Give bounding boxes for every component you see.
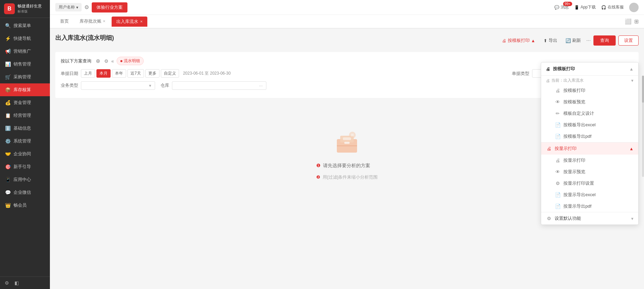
sidebar-item-marketing[interactable]: 📢 营销推广 xyxy=(0,45,50,58)
current-expand-icon[interactable]: ▾ xyxy=(631,78,634,83)
dropdown-collapse-icon[interactable]: ▲ xyxy=(629,67,634,72)
chevron-up-icon: ▲ xyxy=(531,38,535,43)
dropdown-item-template-excel[interactable]: 📄 按模板导出excel xyxy=(541,119,638,131)
biz-type-label: 业务类型 xyxy=(61,82,78,88)
sidebar-item-label: 销售管理 xyxy=(13,61,31,67)
more-actions-icon[interactable]: ··· xyxy=(586,37,591,44)
message-action[interactable]: 💬 消息 99+ xyxy=(554,4,569,10)
sidebar-item-inventory[interactable]: 📦 库存核算 xyxy=(0,83,50,96)
export-button[interactable]: ⬆ 导出 xyxy=(541,36,560,45)
empty-text-line1: ❶ 请先选择要分析的方案 xyxy=(316,163,371,169)
display-preview-item-label: 按显示预览 xyxy=(563,169,585,175)
top-header: 用户名称 ▾ ⚙ 体验行业方案 💬 消息 99+ 📱 App下载 🎧 在线客服 xyxy=(50,0,644,15)
dropdown-item-set-default[interactable]: ⚙ 设置默认功能 ▾ xyxy=(541,212,638,225)
biz-type-arrow-icon: ▾ xyxy=(149,83,151,88)
window-minimize-icon[interactable]: ⬜ xyxy=(625,18,632,25)
settings-button[interactable]: 设置 xyxy=(618,35,639,46)
trial-button[interactable]: 体验行业方案 xyxy=(92,2,127,12)
date-this-month[interactable]: 本月 xyxy=(96,69,111,78)
enterprise-icon: 🤝 xyxy=(5,151,11,157)
customer-service-action[interactable]: 🎧 在线客服 xyxy=(601,4,624,10)
app-version: 标准版 xyxy=(18,9,42,14)
message-icon: 💬 xyxy=(554,5,559,10)
tab-home[interactable]: 首页 xyxy=(55,16,74,28)
dropdown-item-template-pdf[interactable]: 📄 按模板导出pdf xyxy=(541,131,638,142)
window-expand-icon[interactable]: ⊞ xyxy=(634,18,639,25)
template-custom-icon: ✏ xyxy=(555,111,561,116)
tab-batch-account[interactable]: 库存批次账 × xyxy=(75,16,110,28)
dropdown-display-print-header[interactable]: 🖨 按显示打印 ▲ xyxy=(541,142,638,155)
tab-active-close-icon[interactable]: × xyxy=(140,19,143,24)
dropdown-item-display-pdf[interactable]: 📄 按显示导出pdf xyxy=(541,201,638,212)
sidebar-item-quick-nav[interactable]: ⚡ 快捷导航 xyxy=(0,32,50,45)
dropdown-item-display-excel[interactable]: 📄 按显示导出excel xyxy=(541,189,638,201)
sidebar-item-label: 基础信息 xyxy=(13,125,31,131)
header-left: 用户名称 ▾ ⚙ 体验行业方案 xyxy=(55,2,550,12)
sidebar-item-vip[interactable]: 👑 畅会员 xyxy=(0,199,50,212)
sidebar-item-purchase[interactable]: 🛒 采购管理 xyxy=(0,71,50,83)
display-print-icon: 🖨 xyxy=(555,158,561,163)
dropdown-header: 🖨 按模板打印 ▲ xyxy=(541,62,638,76)
template-print-item-label: 按模板打印 xyxy=(563,87,585,94)
sidebar-item-beginner[interactable]: 🎯 新手引导 xyxy=(0,160,50,173)
warehouse-more-icon[interactable]: ··· xyxy=(259,83,263,88)
warehouse-input[interactable]: ··· xyxy=(172,81,266,90)
display-settings-icon: ⚙ xyxy=(555,181,561,186)
dropdown-item-display-preview[interactable]: 👁 按显示预览 xyxy=(541,166,638,178)
app-download-action[interactable]: 📱 App下载 xyxy=(574,4,596,10)
sidebar-item-sales[interactable]: 📊 销售管理 xyxy=(0,58,50,71)
sidebar-item-enterprise[interactable]: 🤝 企业协同 xyxy=(0,148,50,160)
purchase-icon: 🛒 xyxy=(5,74,11,80)
template-custom-item-label: 模板自定义设计 xyxy=(563,110,594,116)
sidebar-nav: 🔍 搜索菜单 ⚡ 快捷导航 📢 营销推广 📊 销售管理 🛒 采购管理 📦 库存核… xyxy=(0,18,50,277)
sidebar-item-enterprise-wx[interactable]: 💬 企业微信 xyxy=(0,186,50,199)
export-label: 导出 xyxy=(549,37,557,44)
date-last-month[interactable]: 上月 xyxy=(81,69,95,78)
sidebar-item-system[interactable]: ⚙️ 系统管理 xyxy=(0,135,50,148)
warehouse-label: 仓库 xyxy=(160,82,169,88)
display-section-arrow-icon: ▲ xyxy=(629,146,634,151)
sidebar-collapse-btn[interactable]: ◧ xyxy=(14,280,19,286)
user-dropdown[interactable]: 用户名称 ▾ xyxy=(55,3,82,11)
dropdown-item-template-custom[interactable]: ✏ 模板自定义设计 xyxy=(541,108,638,119)
date-more[interactable]: 更多 xyxy=(145,69,159,78)
tab-bar: 首页 库存批次账 × 出入库流水 × ⬜ ⊞ xyxy=(50,15,644,28)
warehouse-field: 仓库 ··· xyxy=(160,81,266,90)
date-this-year[interactable]: 本年 xyxy=(112,69,126,78)
biz-type-select[interactable]: ▾ xyxy=(81,81,155,90)
sidebar-item-operations[interactable]: 📋 经营管理 xyxy=(0,109,50,122)
refresh-button[interactable]: 🔄 刷新 xyxy=(563,36,584,45)
tab-stock-flow[interactable]: 出入库流水 × xyxy=(112,17,148,27)
template-excel-icon: 📄 xyxy=(555,122,561,128)
dropdown-item-template-print[interactable]: 🖨 按模板打印 xyxy=(541,85,638,96)
filter-settings-button[interactable]: ⚙ xyxy=(104,58,109,64)
query-button[interactable]: 查询 xyxy=(593,35,616,46)
page-content: 出入库流水(流水明细) 🖨 按模板打印 ▲ ⬆ 导出 🔄 刷新 ··· 查询 设… xyxy=(50,28,644,289)
dropdown-item-template-preview[interactable]: 👁 按模板预览 xyxy=(541,96,638,108)
refresh-icon: 🔄 xyxy=(565,38,571,43)
tab-close-icon[interactable]: × xyxy=(103,19,106,24)
date-7days[interactable]: 近7天 xyxy=(127,69,144,78)
main-content: 用户名称 ▾ ⚙ 体验行业方案 💬 消息 99+ 📱 App下载 🎧 在线客服 xyxy=(50,0,644,289)
header-gear-button[interactable]: ⚙ xyxy=(84,4,89,10)
sidebar-item-search-menu[interactable]: 🔍 搜索菜单 xyxy=(0,19,50,32)
sidebar-item-label: 应用中心 xyxy=(13,177,31,183)
dropdown-arrow-icon: ▾ xyxy=(76,5,78,10)
scroll-thumb[interactable] xyxy=(642,76,644,103)
app-name: 畅捷通好生意 xyxy=(18,4,42,9)
dropdown-item-display-settings[interactable]: ⚙ 按显示打印设置 xyxy=(541,178,638,189)
user-name: 用户名称 xyxy=(59,4,75,10)
quick-nav-icon: ⚡ xyxy=(5,36,11,41)
date-custom[interactable]: 自定义 xyxy=(161,69,179,78)
sidebar-item-finance[interactable]: 💰 资金管理 xyxy=(0,96,50,109)
sidebar-item-basic-info[interactable]: ℹ️ 基础信息 xyxy=(0,122,50,135)
active-filter-tag[interactable]: 流水明细 xyxy=(117,57,144,65)
filter-collapse-button[interactable]: « xyxy=(111,58,114,64)
dropdown-item-display-print[interactable]: 🖨 按显示打印 xyxy=(541,155,638,166)
filter-add-button[interactable]: ⊕ xyxy=(94,57,101,65)
user-avatar[interactable] xyxy=(629,3,639,12)
template-print-button[interactable]: 🖨 按模板打印 ▲ xyxy=(499,36,538,45)
sidebar-item-app-center[interactable]: 📱 应用中心 xyxy=(0,173,50,186)
sidebar-settings-btn[interactable]: ⚙ xyxy=(5,280,9,286)
set-default-label: 设置默认功能 xyxy=(555,215,581,221)
